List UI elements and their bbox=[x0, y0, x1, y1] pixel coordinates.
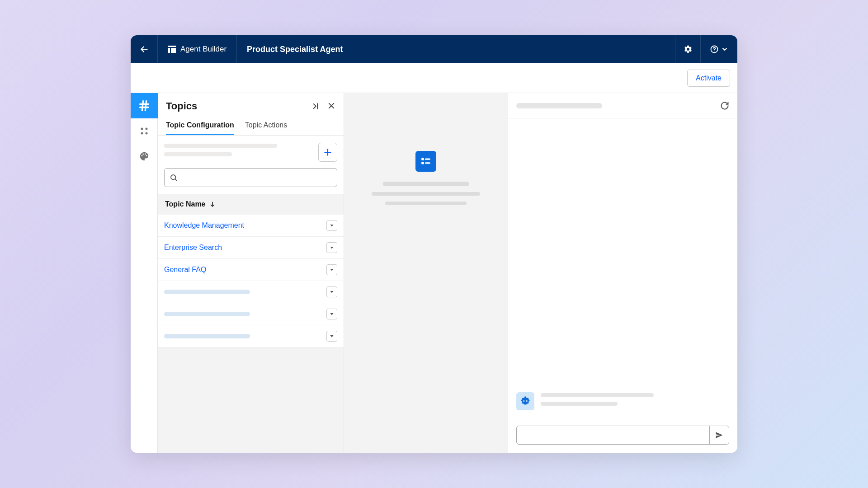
search-wrap bbox=[164, 168, 337, 187]
svg-marker-26 bbox=[330, 313, 334, 315]
top-nav: Agent Builder Product Specialist Agent bbox=[131, 35, 737, 63]
refresh-button[interactable] bbox=[720, 101, 729, 110]
send-icon bbox=[715, 431, 724, 440]
topics-title: Topics bbox=[166, 100, 197, 112]
chat-panel bbox=[508, 93, 737, 453]
chat-title-skeleton bbox=[516, 103, 602, 108]
list-icon bbox=[420, 155, 432, 167]
svg-rect-29 bbox=[425, 159, 430, 160]
topic-link[interactable]: General FAQ bbox=[164, 266, 206, 274]
add-topic-button[interactable] bbox=[318, 143, 337, 162]
product-brand[interactable]: Agent Builder bbox=[158, 35, 237, 63]
chat-header bbox=[508, 93, 737, 118]
topics-tabs: Topic Configuration Topic Actions bbox=[166, 117, 335, 135]
main-area: Topics Topic Configuration Topic Actions bbox=[131, 93, 737, 453]
close-panel-button[interactable] bbox=[327, 102, 335, 111]
rail-item-topics[interactable] bbox=[131, 93, 158, 118]
agent-avatar bbox=[516, 392, 534, 410]
caret-down-icon bbox=[329, 223, 335, 228]
svg-rect-1 bbox=[168, 46, 176, 47]
table-row-skeleton bbox=[158, 281, 344, 303]
grid-icon bbox=[140, 127, 149, 136]
table-row-skeleton bbox=[158, 303, 344, 325]
app-window: Agent Builder Product Specialist Agent A… bbox=[131, 35, 737, 453]
topics-body bbox=[158, 136, 344, 194]
collapse-right-icon bbox=[311, 102, 320, 111]
svg-point-5 bbox=[714, 51, 715, 52]
back-button[interactable] bbox=[131, 35, 158, 63]
rail-item-apps[interactable] bbox=[131, 118, 158, 144]
svg-line-9 bbox=[145, 101, 146, 111]
topic-link[interactable]: Enterprise Search bbox=[164, 244, 222, 252]
top-nav-right bbox=[675, 35, 737, 63]
close-icon bbox=[327, 102, 335, 110]
gear-icon bbox=[684, 45, 693, 54]
tab-topic-actions[interactable]: Topic Actions bbox=[245, 117, 287, 135]
send-button[interactable] bbox=[709, 426, 729, 445]
plus-icon bbox=[323, 148, 332, 157]
chat-body bbox=[508, 118, 737, 418]
svg-point-11 bbox=[145, 128, 147, 130]
product-label: Agent Builder bbox=[180, 45, 226, 54]
svg-marker-24 bbox=[330, 269, 334, 271]
topics-panel: Topics Topic Configuration Topic Actions bbox=[158, 93, 344, 453]
row-actions-button[interactable] bbox=[326, 331, 337, 342]
chat-message bbox=[516, 392, 729, 410]
caret-down-icon bbox=[329, 311, 335, 317]
chat-input[interactable] bbox=[516, 426, 709, 445]
svg-marker-25 bbox=[330, 291, 334, 293]
caret-down-icon bbox=[329, 289, 335, 295]
topic-link[interactable]: Knowledge Management bbox=[164, 221, 244, 230]
center-skeleton bbox=[372, 182, 480, 205]
row-actions-button[interactable] bbox=[326, 286, 337, 297]
svg-point-10 bbox=[141, 128, 143, 130]
topics-table: Knowledge Management Enterprise Search G… bbox=[158, 215, 344, 347]
svg-rect-28 bbox=[421, 158, 424, 160]
palette-icon bbox=[139, 151, 149, 161]
sort-down-icon bbox=[209, 201, 216, 207]
column-header-name: Topic Name bbox=[165, 200, 206, 208]
svg-point-12 bbox=[141, 132, 143, 135]
chat-input-row bbox=[508, 418, 737, 453]
help-menu-button[interactable] bbox=[700, 35, 737, 63]
help-icon bbox=[710, 45, 718, 53]
caret-down-icon bbox=[329, 245, 335, 250]
search-input[interactable] bbox=[164, 168, 337, 187]
collapse-panel-button[interactable] bbox=[311, 102, 320, 111]
table-header[interactable]: Topic Name bbox=[158, 194, 344, 215]
svg-line-20 bbox=[175, 179, 176, 180]
table-row: Knowledge Management bbox=[158, 215, 344, 237]
left-rail bbox=[131, 93, 158, 453]
subbar: Activate bbox=[131, 63, 737, 93]
row-actions-button[interactable] bbox=[326, 264, 337, 275]
refresh-icon bbox=[720, 101, 729, 110]
table-row-skeleton bbox=[158, 325, 344, 347]
center-panel bbox=[344, 93, 508, 453]
topics-header: Topics Topic Configuration Topic Actions bbox=[158, 93, 344, 136]
svg-marker-23 bbox=[330, 247, 334, 249]
tab-topic-configuration[interactable]: Topic Configuration bbox=[166, 117, 234, 135]
row-actions-button[interactable] bbox=[326, 242, 337, 253]
svg-point-13 bbox=[145, 132, 147, 135]
svg-rect-2 bbox=[168, 48, 170, 53]
caret-down-icon bbox=[329, 333, 335, 339]
arrow-left-icon bbox=[140, 45, 149, 54]
row-actions-button[interactable] bbox=[326, 309, 337, 319]
table-row: Enterprise Search bbox=[158, 237, 344, 259]
svg-marker-22 bbox=[330, 225, 334, 227]
content-icon-tile bbox=[415, 151, 436, 172]
table-row: General FAQ bbox=[158, 259, 344, 281]
svg-rect-30 bbox=[421, 162, 424, 164]
description-skeleton bbox=[164, 143, 313, 156]
caret-down-icon bbox=[329, 267, 335, 272]
svg-rect-31 bbox=[425, 162, 430, 164]
hash-icon bbox=[138, 99, 151, 112]
activate-button[interactable]: Activate bbox=[687, 70, 730, 87]
page-title: Product Specialist Agent bbox=[237, 45, 675, 54]
layout-icon bbox=[168, 46, 176, 53]
search-icon bbox=[170, 174, 178, 182]
row-actions-button[interactable] bbox=[326, 220, 337, 231]
rail-item-theme[interactable] bbox=[131, 144, 158, 169]
settings-button[interactable] bbox=[675, 35, 700, 63]
svg-rect-3 bbox=[171, 48, 176, 53]
